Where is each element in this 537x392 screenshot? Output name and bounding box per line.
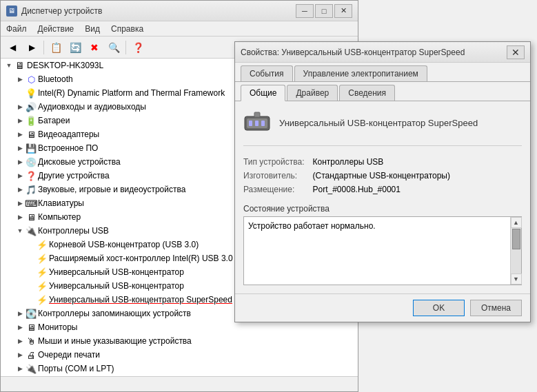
video-label: Видеоадаптеры — [38, 130, 99, 139]
print-queue-expander: ▶ — [14, 349, 26, 360]
bluetooth-expander: ▶ — [14, 74, 26, 85]
keyboard-label: Клавиатуры — [38, 198, 84, 208]
computer-icon: 🖥 — [14, 60, 26, 71]
battery-expander: ▶ — [14, 115, 26, 126]
back-button[interactable]: ◀ — [3, 39, 21, 56]
prop-value-location: Port_#0008.Hub_#0001 — [313, 185, 523, 194]
scroll-thumb — [512, 229, 520, 249]
status-bar — [1, 376, 358, 391]
properties-button[interactable]: 📋 — [47, 39, 65, 56]
minimize-button[interactable]: ─ — [296, 4, 314, 18]
scroll-up-arrow[interactable]: ▲ — [511, 217, 522, 228]
app-icon: 🖥 — [6, 6, 17, 17]
prop-value-type: Контроллеры USB — [313, 157, 523, 167]
forward-icon: ▶ — [29, 43, 35, 52]
audio-expander: ▶ — [14, 101, 26, 112]
update-driver-button[interactable]: 🔄 — [66, 39, 84, 56]
chip-icon: 💡 — [26, 87, 37, 99]
device-status-box: Устройство работает нормально. ▲ ▼ — [243, 216, 522, 285]
scroll-down-arrow[interactable]: ▼ — [511, 274, 522, 285]
usb-device-svg — [243, 111, 271, 136]
maximize-button[interactable]: □ — [315, 4, 333, 18]
usb-univ2-icon: ⚡ — [37, 280, 48, 291]
scan-button[interactable]: 🔍 — [105, 39, 123, 56]
monitors-label: Мониторы — [38, 322, 77, 332]
audio-label: Аудиовходы и аудиовыходы — [38, 102, 146, 112]
usb-ctrl-expander: ▼ — [14, 225, 26, 236]
sound-expander: ▶ — [14, 184, 26, 195]
ports-icon: 🔌 — [26, 363, 37, 374]
status-scrollbar[interactable]: ▲ ▼ — [510, 217, 521, 285]
mem-ctrl-label: Контроллеры запоминающих устройств — [38, 309, 191, 318]
svg-rect-3 — [255, 121, 259, 126]
tree-item-monitors[interactable]: ▶ 🖥 Мониторы — [1, 320, 358, 334]
tab-details[interactable]: Сведения — [339, 85, 395, 101]
back-icon: ◀ — [10, 43, 16, 52]
usb-expand-icon: ⚡ — [37, 253, 48, 264]
mem-ctrl-icon: 💽 — [26, 308, 37, 319]
usb-ctrl-label: Контроллеры USB — [38, 226, 109, 236]
print-queue-label: Очереди печати — [38, 350, 100, 360]
tree-item-ports[interactable]: ▶ 🔌 Порты (COM и LPT) — [1, 362, 358, 375]
toolbar-separator-2 — [125, 41, 126, 54]
title-bar-left: 🖥 Диспетчер устройств — [6, 6, 102, 17]
scroll-track[interactable] — [511, 228, 521, 274]
mice-icon: 🖱 — [26, 336, 37, 347]
close-button[interactable]: ✕ — [334, 4, 352, 18]
tab-general[interactable]: Общие — [241, 85, 285, 101]
cancel-button[interactable]: Отмена — [470, 300, 522, 316]
tree-root-label: DESKTOP-HK3093L — [27, 61, 103, 70]
title-bar: 🖥 Диспетчер устройств ─ □ ✕ — [1, 1, 358, 21]
print-queue-icon: 🖨 — [26, 349, 37, 360]
mem-ctrl-expander: ▶ — [14, 308, 26, 319]
intel-label: Intel(R) Dynamic Platform and Thermal Fr… — [38, 88, 225, 98]
menu-view[interactable]: Вид — [79, 21, 105, 36]
firmware-label: Встроенное ПО — [38, 143, 98, 153]
disks-expander: ▶ — [14, 156, 26, 167]
tab-events[interactable]: События — [241, 65, 293, 81]
usb-univ1-icon: ⚡ — [37, 267, 48, 278]
device-name: Универсальный USB-концентратор SuperSpee… — [279, 117, 478, 130]
video-expander: ▶ — [14, 129, 26, 140]
forward-button[interactable]: ▶ — [23, 39, 41, 56]
usb-root-icon: ⚡ — [37, 239, 48, 250]
dialog-tabs-row1: События Управление электропитанием — [235, 63, 530, 82]
device-status-text: Устройство работает нормально. — [248, 221, 376, 231]
video-icon: 🖥 — [26, 129, 37, 140]
disks-label: Дисковые устройства — [38, 157, 121, 167]
usb-super-label: Универсальный USB-концентратор SuperSpee… — [49, 295, 232, 305]
keyboard-icon: ⌨ — [26, 198, 37, 209]
audio-icon: 🔊 — [26, 101, 37, 112]
root-expander: ▼ — [3, 60, 14, 71]
usb-ctrl-icon: 🔌 — [26, 225, 37, 236]
prop-label-location: Размещение: — [243, 185, 305, 194]
uninstall-button[interactable]: ✖ — [85, 39, 103, 56]
dialog-tabs-row2: Общие Драйвер Сведения — [235, 82, 530, 101]
bluetooth-icon: ⬡ — [26, 74, 37, 85]
tree-item-mice[interactable]: ▶ 🖱 Мыши и иные указывающие устройства — [1, 334, 358, 348]
help-button[interactable]: ❓ — [129, 39, 147, 56]
dialog-close-button[interactable]: ✕ — [507, 45, 525, 59]
tab-power[interactable]: Управление электропитанием — [294, 65, 427, 81]
device-icon — [243, 110, 271, 137]
other-label: Другие устройства — [38, 171, 110, 180]
menu-action[interactable]: Действие — [32, 21, 80, 36]
dialog-title-bar: Свойства: Универсальный USB-концентратор… — [235, 42, 530, 63]
tab-driver[interactable]: Драйвер — [287, 85, 338, 101]
device-header: Универсальный USB-концентратор SuperSpee… — [243, 110, 522, 146]
menu-help[interactable]: Справка — [105, 21, 149, 36]
monitors-expander: ▶ — [14, 322, 26, 333]
toolbar-separator-1 — [43, 41, 44, 54]
usb-super-icon: ⚡ — [37, 294, 48, 305]
menu-file[interactable]: Файл — [1, 21, 32, 36]
prop-label-manufacturer: Изготовитель: — [243, 171, 305, 180]
dialog-title-text: Свойства: Универсальный USB-концентратор… — [241, 48, 465, 57]
status-section-title: Состояние устройства — [243, 204, 522, 214]
ok-button[interactable]: OK — [413, 300, 465, 316]
menu-bar: Файл Действие Вид Справка — [1, 21, 358, 37]
pc-icon: 🖥 — [26, 212, 37, 223]
sound-label: Звуковые, игровые и видеоустройства — [38, 185, 185, 194]
ports-label: Порты (COM и LPT) — [38, 364, 114, 373]
tree-item-print-queue[interactable]: ▶ 🖨 Очереди печати — [1, 348, 358, 362]
ports-expander: ▶ — [14, 363, 26, 374]
